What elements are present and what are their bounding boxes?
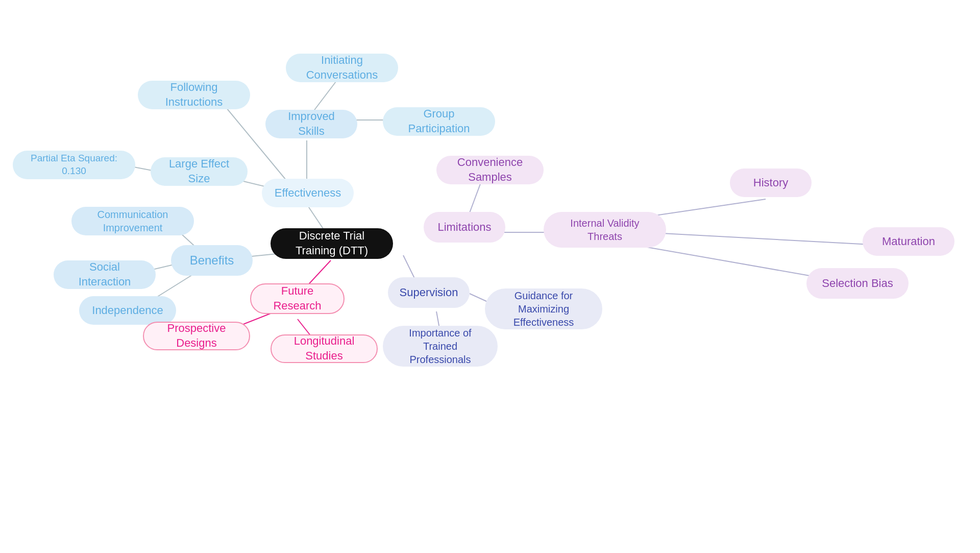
svg-line-19 bbox=[635, 245, 824, 278]
social-interaction-node: Social Interaction bbox=[54, 260, 156, 289]
importance-professionals-node: Importance of Trained Professionals bbox=[383, 326, 498, 367]
maturation-node: Maturation bbox=[863, 227, 954, 256]
history-node: History bbox=[730, 169, 812, 197]
longitudinal-studies-node: Longitudinal Studies bbox=[271, 334, 378, 363]
supervision-node: Supervision bbox=[388, 277, 470, 308]
initiating-conversations-node: Initiating Conversations bbox=[286, 54, 398, 82]
large-effect-size-node: Large Effect Size bbox=[151, 157, 248, 186]
group-participation-node: Group Participation bbox=[383, 107, 495, 136]
internal-validity-threats-node: Internal Validity Threats bbox=[544, 212, 666, 248]
partial-eta-node: Partial Eta Squared: 0.130 bbox=[13, 151, 135, 179]
center-node: Discrete Trial Training (DTT) bbox=[271, 228, 393, 259]
improved-skills-node: Improved Skills bbox=[265, 110, 357, 138]
independence-node: Independence bbox=[79, 296, 176, 325]
svg-line-18 bbox=[643, 232, 880, 245]
effectiveness-node: Effectiveness bbox=[262, 179, 354, 207]
convenience-samples-node: Convenience Samples bbox=[436, 156, 544, 184]
limitations-node: Limitations bbox=[424, 212, 505, 243]
communication-improvement-node: Communication Improvement bbox=[71, 207, 194, 235]
following-instructions-node: Following Instructions bbox=[138, 81, 250, 109]
guidance-node: Guidance for Maximizing Effectiveness bbox=[485, 288, 602, 329]
prospective-designs-node: Prospective Designs bbox=[143, 322, 250, 350]
future-research-node: Future Research bbox=[250, 283, 345, 314]
selection-bias-node: Selection Bias bbox=[806, 268, 909, 299]
benefits-node: Benefits bbox=[171, 245, 253, 276]
